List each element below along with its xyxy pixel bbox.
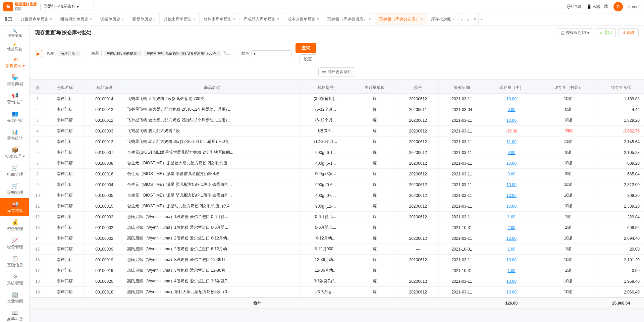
tab-qi-ta[interactable]: 其他出库单历史 × — [160, 13, 200, 25]
expand-conditions-btn[interactable]: ▾▾ 展开更多条件 — [318, 67, 355, 76]
row-qty-main[interactable]: 10.00 — [485, 94, 538, 104]
column-settings-icon[interactable]: ⚙ — [35, 85, 40, 91]
tab-close-icon[interactable]: × — [50, 17, 52, 21]
table-row: 13 南岸门店 00100002 惠氏启赋（Wyeth illuma）1段奶粉 … — [30, 222, 644, 233]
sidebar-item-retail-mgmt[interactable]: 🛍 零售管理 ▾ — [0, 54, 29, 71]
row-unit: 罐 — [352, 222, 397, 233]
sidebar-item-retail-stats[interactable]: 📊 零售统计 — [0, 126, 29, 144]
tab-cheng-ben[interactable]: 成本调整单历史 × — [283, 13, 323, 25]
tab-close-icon[interactable]: × — [154, 17, 156, 21]
sidebar-search[interactable]: 🔍 搜索菜单 — [0, 27, 29, 40]
row-batch: 20200612 — [397, 147, 439, 158]
sidebar-item-finance[interactable]: 💰 资金管理 — [0, 216, 29, 234]
tab-close-icon[interactable]: × — [421, 17, 423, 21]
row-qty-main[interactable]: 11.00 — [485, 137, 538, 147]
sidebar-item-inventory[interactable]: 🏭 库存核算 — [0, 198, 29, 216]
expand-row: ▾▾ 展开更多条件 — [35, 66, 639, 76]
refresh-button[interactable]: ↺ 刷新 — [619, 28, 639, 37]
sidebar-item-purchase[interactable]: 🛒 采购管理 — [0, 180, 29, 198]
export-icon: ↗ — [599, 31, 603, 35]
sidebar-item-member[interactable]: 👥 会员中心 — [0, 108, 29, 126]
query-button[interactable]: 查询 — [296, 43, 316, 53]
tab-pi-ci[interactable]: 库存批次账 × — [427, 13, 459, 25]
tab-prev-btn[interactable]: ‹ — [459, 13, 465, 25]
color-tag-wrap[interactable]: ▾ — [251, 50, 291, 57]
tab-close-icon[interactable]: × — [452, 17, 454, 21]
row-qty-main[interactable]: 10.00 — [485, 276, 538, 287]
tab-home[interactable]: 首页 — [0, 13, 16, 25]
sidebar-item-guide[interactable]: 📖 新手引导 — [0, 307, 29, 322]
tab-menu-btn[interactable]: ▪ — [479, 13, 485, 25]
row-qty-main[interactable]: 10.00 — [485, 158, 538, 169]
row-qty-main[interactable]: 10.00 — [485, 190, 538, 201]
row-qty-pkg: 10罐 — [538, 287, 598, 298]
tab-label: 现存量（库存状况表） — [327, 16, 368, 22]
product-tag-2-close[interactable]: × — [217, 52, 219, 55]
row-num: 2 — [30, 104, 46, 115]
tab-zu-chai[interactable]: 组装拆卸单历史 × — [56, 13, 96, 25]
footer-label: 合计 — [30, 298, 485, 309]
warehouse-tag-close[interactable]: × — [76, 52, 78, 55]
row-qty-main[interactable]: 10.00 — [485, 287, 538, 298]
row-code: 00100012 — [84, 104, 125, 115]
row-qty-main[interactable]: 10.00 — [485, 115, 538, 126]
tab-cai-liao[interactable]: 材料出库单历史 × — [200, 13, 239, 25]
tab-close-icon[interactable]: × — [122, 17, 124, 21]
row-qty-pkg: 10罐 — [538, 190, 598, 201]
message-label: 消息 — [573, 4, 581, 9]
message-btn[interactable]: 💬 消息 — [567, 4, 581, 9]
warehouse-more-btn[interactable]: ... — [82, 51, 85, 56]
row-num: 12 — [30, 212, 46, 222]
sidebar-item-system[interactable]: ⚙ 系统管理 — [0, 271, 29, 289]
filter-toggle-btn[interactable]: ▶ — [35, 50, 42, 57]
app-download-btn[interactable]: 📱 App下载 — [587, 4, 608, 9]
tab-xian-cun-fb[interactable]: 现存量（库存分布表） × — [375, 13, 427, 25]
setting-button[interactable]: 设置 — [300, 54, 316, 64]
product-more-btn[interactable]: ... — [231, 51, 235, 56]
tab-fen-pan[interactable]: 分量盘点单历史 × — [16, 13, 56, 25]
row-expire: 2021-10-31 — [439, 265, 485, 276]
tab-close-icon[interactable]: × — [90, 17, 92, 21]
row-qty-pkg: 0罐 — [538, 104, 598, 115]
sidebar-item-basic[interactable]: 📋 基础信息 — [0, 253, 29, 271]
row-qty-main[interactable]: 9.00 — [485, 147, 538, 158]
tab-close-icon[interactable]: × — [317, 17, 319, 21]
user-avatar[interactable]: D — [613, 2, 623, 11]
row-qty-main[interactable]: 10.00 — [485, 201, 538, 212]
warehouse-tag-wrap[interactable]: 南岸门店 × ... — [56, 50, 87, 57]
row-qty-main[interactable]: 2.00 — [485, 222, 538, 233]
tab-close-icon[interactable]: × — [369, 17, 371, 21]
account-dropdown[interactable]: 母婴行业演示账套 ▾ — [40, 3, 94, 10]
row-qty-main[interactable]: 3.00 — [485, 169, 538, 179]
sidebar-item-marketing[interactable]: 📢 营销推广 — [0, 90, 29, 108]
row-qty-main[interactable]: 10.00 — [485, 179, 538, 190]
sidebar-quick-nav[interactable]: ⚡ 快捷导航 — [0, 40, 29, 54]
product-tag-1-close[interactable]: × — [138, 52, 140, 55]
sidebar-item-ecommerce[interactable]: 🛒 电商管理 — [0, 162, 29, 180]
tab-close-icon[interactable]: × — [193, 17, 195, 21]
row-qty-main[interactable]: 10.00 — [485, 233, 538, 244]
tab-yao-huo[interactable]: 要货单历史 × — [128, 13, 160, 25]
row-qty-main[interactable]: 0.00 — [485, 104, 538, 115]
row-qty-main[interactable]: 1.00 — [485, 244, 538, 255]
tab-close-all-btn[interactable]: × — [471, 13, 479, 25]
tab-xian-cun-kk[interactable]: 现存量（库存状况表） × — [323, 13, 375, 25]
print-button[interactable]: 🖨 按模板打印 ▾ — [557, 28, 593, 37]
row-batch: 20200612 — [397, 94, 439, 104]
sidebar-item-wholesale[interactable]: 📦 批发管理 ▾ — [0, 144, 29, 162]
row-spec: (12-36个月... — [299, 137, 352, 147]
product-tag-wrap[interactable]: 飞鹤奶粉3段两提装 × 飞鹤星飞帆 儿童奶粉 4段(3-6岁适用) 700克 ×… — [101, 50, 237, 57]
sidebar-item-operation[interactable]: 📈 经营管理 — [0, 234, 29, 253]
tab-close-icon[interactable]: × — [277, 17, 279, 21]
tab-close-icon[interactable]: × — [233, 17, 235, 21]
row-qty-pkg: 3罐 — [538, 169, 598, 179]
tab-tiao-bo[interactable]: 调拨单历史 × — [96, 13, 128, 25]
row-qty-main[interactable]: 1.00 — [485, 212, 538, 222]
export-button[interactable]: ↗ 导出 — [596, 28, 616, 37]
tab-chan-pin-ru[interactable]: 产成品入库单历史 × — [239, 13, 283, 25]
sidebar-item-retail-shop[interactable]: 🏪 零售商城 — [0, 71, 29, 90]
sidebar-item-enterprise[interactable]: 🏢 企业协同 — [0, 289, 29, 307]
row-qty-main[interactable]: 10.00 — [485, 255, 538, 265]
tab-next-btn[interactable]: › — [465, 13, 471, 25]
row-qty-main[interactable]: 1.00 — [485, 265, 538, 276]
